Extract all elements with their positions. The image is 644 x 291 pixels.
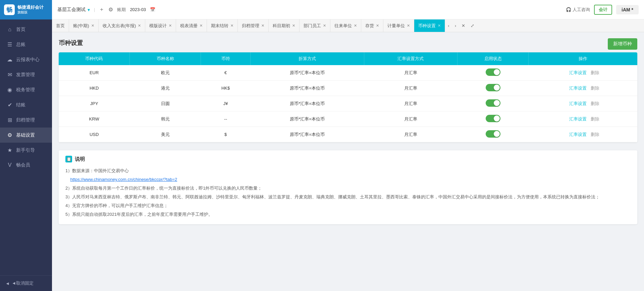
toggle-0[interactable] xyxy=(486,68,500,76)
rate-settings-btn-4[interactable]: 汇率设置 xyxy=(569,132,587,137)
cell-enabled-3 xyxy=(457,111,529,127)
tab-label-1: 账(中期) xyxy=(73,23,89,29)
tab-expand-btn[interactable]: ⤢ xyxy=(468,19,477,32)
notes-section: 📋 说明 1）数据来源：中国外汇交易中心 https://www.chinamo… xyxy=(59,150,637,224)
tab-prev-btn[interactable]: ‹ xyxy=(445,19,452,32)
tab-1[interactable]: 账(中期)✕ xyxy=(69,19,99,32)
tab-3[interactable]: 模版设计✕ xyxy=(145,19,176,32)
page-title: 币种设置 xyxy=(59,39,637,47)
tab-12[interactable]: 币种设置✕ xyxy=(414,19,445,32)
tab-close-10[interactable]: ✕ xyxy=(376,23,379,28)
cell-enabled-0 xyxy=(457,65,529,81)
toggle-track-4 xyxy=(486,130,500,138)
col-header: 折算方式 xyxy=(250,52,364,65)
tab-8[interactable]: 部门员工✕ xyxy=(300,19,330,32)
logo: 畅 畅捷通好会计 旗舰版 xyxy=(0,0,52,19)
rate-settings-btn-2[interactable]: 汇率设置 xyxy=(569,101,587,106)
nav-icon-reports: ☁ xyxy=(7,56,13,63)
tab-close-all-btn[interactable]: ✕ xyxy=(459,19,468,32)
tab-close-6[interactable]: ✕ xyxy=(261,23,264,28)
cell-code-1: HKD xyxy=(59,81,129,96)
tab-close-9[interactable]: ✕ xyxy=(354,23,357,28)
tab-2[interactable]: 收入支出表(年报)✕ xyxy=(99,19,146,32)
currency-table: 币种代码币种名称币符折算方式汇率设置方式启用状态操作 EUR 欧元 € 原币*汇… xyxy=(59,52,637,142)
sidebar-item-settings[interactable]: ⚙基础设置 xyxy=(0,128,52,143)
delete-btn-0[interactable]: 删除 xyxy=(591,70,599,75)
new-currency-btn[interactable]: 新增币种 xyxy=(608,38,637,50)
toggle-2[interactable] xyxy=(486,99,500,107)
rate-settings-btn-1[interactable]: 汇率设置 xyxy=(569,86,587,91)
cell-rate-type-3: 月汇率 xyxy=(364,111,458,127)
cell-name-1: 港元 xyxy=(129,81,201,96)
tab-close-11[interactable]: ✕ xyxy=(407,23,410,28)
period-value: 2023-03 xyxy=(130,7,146,12)
tab-close-3[interactable]: ✕ xyxy=(169,23,172,28)
tab-7[interactable]: 科目期初✕ xyxy=(269,19,300,32)
sidebar-item-reports[interactable]: ☁云报表中心 xyxy=(0,52,52,67)
tab-11[interactable]: 计量单位✕ xyxy=(383,19,414,32)
nav-label-ledger: 总账 xyxy=(16,42,25,48)
cell-calc-4: 原币*汇率=本位币 xyxy=(250,127,364,142)
tab-close-12[interactable]: ✕ xyxy=(438,23,441,28)
tab-close-2[interactable]: ✕ xyxy=(138,23,141,28)
tab-0[interactable]: 首页 xyxy=(52,19,69,32)
tab-next-btn[interactable]: › xyxy=(452,19,459,32)
support-button[interactable]: 🎧 人工咨询 xyxy=(566,7,590,13)
cell-actions-4: 汇率设置 删除 xyxy=(529,127,637,142)
sidebar-item-invoice[interactable]: ✉发票管理 xyxy=(0,67,52,82)
nav-label-tax: 税务管理 xyxy=(16,87,35,93)
table-row: HKD 港元 HK$ 原币*汇率=本位币 月汇率 汇率设置 删除 xyxy=(59,81,637,96)
nav-icon-settings: ⚙ xyxy=(7,132,13,138)
delete-btn-3[interactable]: 删除 xyxy=(591,116,599,122)
col-header: 汇率设置方式 xyxy=(364,52,458,65)
account-button[interactable]: 会计 xyxy=(594,5,612,15)
delete-btn-2[interactable]: 删除 xyxy=(591,101,599,106)
topbar-right: 🎧 人工咨询 会计 iAM * xyxy=(566,5,639,15)
sidebar-item-ledger[interactable]: ☰总账 xyxy=(0,37,52,52)
tab-label-8: 部门员工 xyxy=(304,23,321,29)
delete-btn-1[interactable]: 删除 xyxy=(591,86,599,91)
content: 币种设置 新增币种 币种代码币种名称币符折算方式汇率设置方式启用状态操作 EUR… xyxy=(52,32,644,291)
tab-4[interactable]: 税表清册✕ xyxy=(176,19,207,32)
note-item-3: 3）人民币对马来西亚林吉特、俄罗斯卢布、南非兰特、韩元、阿联酋迪拉姆、沙特里亚尔… xyxy=(65,193,631,201)
toggle-track-0 xyxy=(486,68,500,76)
company-settings-icon[interactable]: ⚙ xyxy=(108,6,113,13)
delete-btn-4[interactable]: 删除 xyxy=(591,132,599,137)
toggle-thumb-3 xyxy=(494,115,500,122)
rate-settings-btn-0[interactable]: 汇率设置 xyxy=(569,70,587,75)
nav-label-checkout: 结账 xyxy=(16,102,25,108)
cell-rate-type-4: 月汇率 xyxy=(364,127,458,142)
add-company-btn[interactable]: ＋ xyxy=(99,6,104,13)
toggle-3[interactable] xyxy=(486,115,500,122)
cell-symbol-3: -- xyxy=(201,111,251,127)
tab-10[interactable]: 存货✕ xyxy=(361,19,383,32)
sidebar-item-guide[interactable]: ★新手引导 xyxy=(0,143,52,158)
iam-badge[interactable]: iAM * xyxy=(616,5,639,14)
sidebar-item-tax[interactable]: ◉税务管理 xyxy=(0,82,52,97)
tab-close-4[interactable]: ✕ xyxy=(200,23,203,28)
toggle-1[interactable] xyxy=(486,84,500,91)
toggle-4[interactable] xyxy=(486,130,500,138)
toggle-thumb-2 xyxy=(494,100,500,106)
tab-6[interactable]: 归档管理✕ xyxy=(238,19,269,32)
sidebar-item-checkout[interactable]: ✔结账 xyxy=(0,97,52,112)
sidebar-item-archive[interactable]: ⊞归档管理 xyxy=(0,112,52,128)
cell-name-3: 韩元 xyxy=(129,111,201,127)
tab-label-7: 科目期初 xyxy=(273,23,290,29)
rate-settings-btn-3[interactable]: 汇率设置 xyxy=(569,116,587,122)
sidebar-item-home[interactable]: ⌂首页 xyxy=(0,22,52,37)
tab-5[interactable]: 期末结转✕ xyxy=(207,19,238,32)
sidebar-item-member[interactable]: V畅会员 xyxy=(0,158,52,173)
company-dropdown-icon[interactable]: ▾ xyxy=(88,7,90,12)
tab-close-8[interactable]: ✕ xyxy=(323,23,326,28)
sidebar-footer[interactable]: ◄ ◄取消固定 xyxy=(0,275,52,291)
nav-label-invoice: 发票管理 xyxy=(16,72,35,78)
notes-link[interactable]: https://www.chinamoney.com.cn/chinese/bk… xyxy=(70,177,177,182)
tab-close-7[interactable]: ✕ xyxy=(292,23,295,28)
tab-close-5[interactable]: ✕ xyxy=(230,23,233,28)
tab-9[interactable]: 往来单位✕ xyxy=(330,19,361,32)
tab-close-1[interactable]: ✕ xyxy=(91,23,94,28)
table-row: EUR 欧元 € 原币*汇率=本位币 月汇率 汇率设置 删除 xyxy=(59,65,637,81)
cell-enabled-1 xyxy=(457,81,529,96)
calendar-icon[interactable]: 📅 xyxy=(150,7,155,12)
